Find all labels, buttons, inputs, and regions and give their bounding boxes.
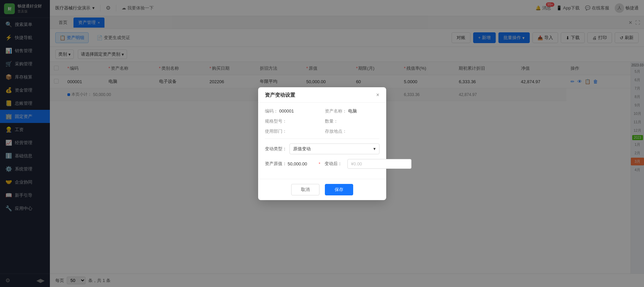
cancel-button[interactable]: 取消 [291, 184, 319, 195]
modal-field-code: 编码： 000001 [265, 108, 319, 114]
modal-name-label: 资产名称： [325, 108, 347, 114]
modal-row-1: 编码： 000001 资产名称： 电脑 [265, 108, 379, 114]
modal-asset-value: 50,000.00 [288, 161, 315, 166]
modal-asset-value-label: 资产原值： [265, 161, 285, 167]
modal-spec-label: 规格型号： [265, 118, 287, 124]
required-star: * [319, 161, 320, 166]
after-value-input[interactable] [347, 159, 411, 169]
modal-code-value: 000001 [279, 108, 294, 114]
modal-field-name: 资产名称： 电脑 [325, 108, 379, 114]
modal-change-type-label: 变动类型： [265, 146, 287, 152]
save-button[interactable]: 保存 [325, 184, 353, 195]
modal-field-spec: 规格型号： [265, 118, 319, 124]
modal-header: 资产变动设置 × [258, 87, 386, 103]
modal-footer: 取消 保存 [258, 179, 386, 200]
modal-row-3: 使用部门： 存放地点： [265, 128, 379, 134]
change-type-chevron-icon: ▾ [373, 146, 376, 151]
modal-field-location: 存放地点： [325, 128, 379, 134]
modal-field-qty: 数量： [325, 118, 379, 124]
modal-close-icon[interactable]: × [376, 92, 379, 98]
modal-location-label: 存放地点： [325, 128, 347, 134]
modal-overlay[interactable]: 资产变动设置 × 编码： 000001 资产名称： 电脑 规格型号： [0, 0, 644, 287]
modal-title: 资产变动设置 [265, 92, 295, 98]
modal-name-value: 电脑 [348, 108, 357, 114]
modal-change-type-row: 变动类型： 原值变动 ▾ [265, 144, 379, 154]
modal-dept-label: 使用部门： [265, 128, 287, 134]
modal-row-2: 规格型号： 数量： [265, 118, 379, 124]
modal-after-label: 变动后： [325, 161, 345, 167]
change-type-value: 原值变动 [293, 146, 311, 152]
modal-field-dept: 使用部门： [265, 128, 319, 134]
change-type-select[interactable]: 原值变动 ▾ [289, 144, 379, 154]
modal-qty-label: 数量： [325, 118, 338, 124]
asset-change-modal: 资产变动设置 × 编码： 000001 资产名称： 电脑 规格型号： [258, 87, 386, 200]
modal-divider [265, 138, 379, 139]
modal-value-row: 资产原值： 50,000.00 * 变动后： [265, 159, 379, 169]
modal-body: 编码： 000001 资产名称： 电脑 规格型号： 数量： [258, 103, 386, 179]
modal-code-label: 编码： [265, 108, 278, 114]
